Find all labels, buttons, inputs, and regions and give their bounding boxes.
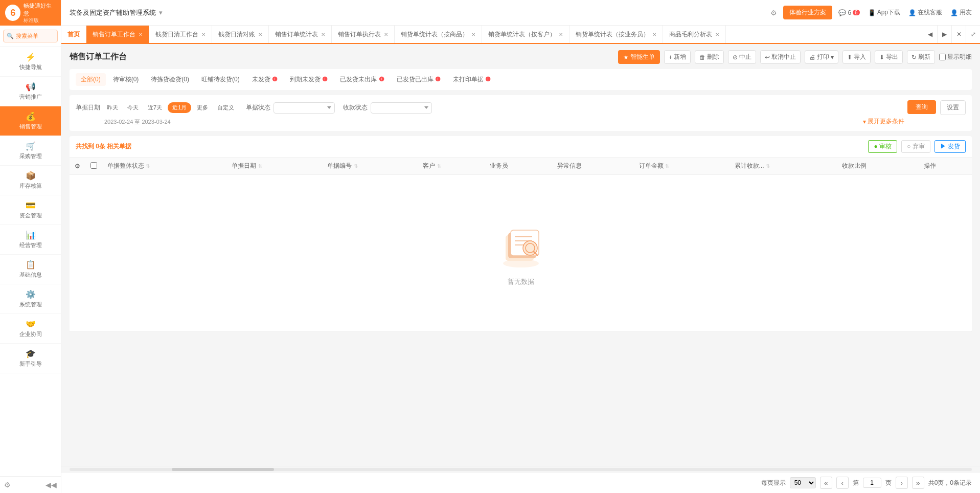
- tab-close-all[interactable]: ✕: [951, 26, 966, 43]
- collapse-sidebar-icon[interactable]: ◀◀: [45, 481, 57, 489]
- tab-sales-summary-customer[interactable]: 销货单统计表（按客户） ✕: [482, 26, 569, 43]
- sub-tab-wangpu-ship[interactable]: 旺铺待发货(0): [196, 73, 245, 86]
- tab-sales-summary-product-close[interactable]: ✕: [471, 32, 475, 37]
- date-btn-yesterday[interactable]: 昨天: [103, 102, 122, 113]
- ship-btn[interactable]: ▶ 发货: [935, 140, 966, 153]
- page-number-input[interactable]: [863, 478, 881, 488]
- status-select[interactable]: [274, 102, 335, 114]
- sub-tab-shipped-not-out[interactable]: 已发货未出库 ❶: [335, 73, 389, 86]
- sub-tab-all[interactable]: 全部(0): [76, 73, 106, 86]
- tab-sales-summary-customer-close[interactable]: ✕: [559, 32, 563, 37]
- settings-bottom-icon[interactable]: ⚙: [4, 481, 11, 489]
- tab-sales-summary-staff-close[interactable]: ✕: [652, 32, 656, 37]
- tab-scroll-left[interactable]: ◀: [923, 26, 937, 43]
- date-btn-1month[interactable]: 近1月: [168, 102, 191, 113]
- tab-cash-daily-close[interactable]: ✕: [201, 32, 206, 37]
- payment-filter: 收款状态: [343, 102, 432, 114]
- add-btn[interactable]: + 新增: [664, 50, 691, 64]
- sidebar-item-quick-nav[interactable]: ⚡ 快捷导航: [0, 47, 61, 77]
- horizontal-scrollbar[interactable]: [61, 466, 980, 472]
- message-action[interactable]: 💬 6 6: [838, 9, 859, 16]
- col-settings[interactable]: ⚙: [70, 158, 85, 175]
- user-action[interactable]: 👤 用友: [950, 8, 972, 17]
- scrollbar-thumb[interactable]: [172, 468, 274, 471]
- tab-sales-stat[interactable]: 销售订单统计表 ✕: [269, 26, 332, 43]
- tab-cash-reconcile-close[interactable]: ✕: [258, 32, 262, 37]
- sub-tab-overdue-ship[interactable]: 到期未发货 ❶: [285, 73, 333, 86]
- sidebar-item-enterprise[interactable]: 🤝 企业协同: [0, 314, 61, 344]
- payment-select[interactable]: [371, 102, 432, 114]
- sort-date-icon[interactable]: ⇅: [258, 163, 262, 169]
- sub-tab-pending-inspect[interactable]: 待拣货验货(0): [146, 73, 194, 86]
- last-page-btn[interactable]: »: [912, 477, 924, 489]
- sidebar-item-inventory[interactable]: 📦 库存核算: [0, 166, 61, 195]
- sidebar-item-marketing[interactable]: 📢 营销推广: [0, 77, 61, 106]
- tab-sales-summary-product[interactable]: 销货单统计表（按商品） ✕: [395, 26, 482, 43]
- date-btn-custom[interactable]: 自定义: [214, 102, 238, 113]
- sidebar-item-system[interactable]: ⚙️ 系统管理: [0, 284, 61, 314]
- message-icon: 💬: [838, 9, 846, 16]
- expand-filter-btn[interactable]: ▾ 展开更多条件: [863, 117, 904, 126]
- trial-btn[interactable]: 体验行业方案: [783, 6, 832, 19]
- sort-customer-icon[interactable]: ⇅: [437, 163, 441, 169]
- tab-cash-reconcile[interactable]: 钱货日清对账 ✕: [212, 26, 269, 43]
- sidebar-item-purchase[interactable]: 🛒 采购管理: [0, 136, 61, 166]
- per-page-select[interactable]: 10 20 50 100: [790, 477, 816, 488]
- tab-sales-exec[interactable]: 销售订单执行表 ✕: [332, 26, 395, 43]
- next-page-btn[interactable]: ›: [896, 477, 908, 489]
- date-btn-7days[interactable]: 近7天: [144, 102, 166, 113]
- first-page-btn[interactable]: «: [820, 477, 832, 489]
- sub-tab-pending-review[interactable]: 待审核(0): [108, 73, 144, 86]
- tab-product-margin-close[interactable]: ✕: [715, 32, 719, 37]
- tab-product-margin[interactable]: 商品毛利分析表 ✕: [663, 26, 726, 43]
- sidebar-item-finance[interactable]: 💳 资金管理: [0, 195, 61, 225]
- prev-page-btn[interactable]: ‹: [836, 477, 849, 489]
- title-dropdown-arrow[interactable]: ▾: [159, 9, 163, 16]
- tab-maximize[interactable]: ⤢: [966, 26, 980, 43]
- print-btn[interactable]: 🖨 打印 ▾: [805, 50, 838, 64]
- tab-sales-stat-close[interactable]: ✕: [321, 32, 325, 37]
- show-detail-label[interactable]: 显示明细: [939, 53, 972, 61]
- delete-btn[interactable]: 🗑 删除: [695, 50, 724, 64]
- sidebar-item-basic-info[interactable]: 📋 基础信息: [0, 255, 61, 284]
- tab-sales-order-close[interactable]: ✕: [139, 32, 143, 37]
- sort-collected-icon[interactable]: ⇅: [766, 163, 770, 169]
- sub-tab-not-printed[interactable]: 未打印单据 ❶: [448, 73, 496, 86]
- select-all-checkbox[interactable]: [90, 162, 97, 169]
- app-download-action[interactable]: 📱 App下载: [868, 8, 900, 17]
- online-service-action[interactable]: 👤 在线客服: [908, 8, 942, 17]
- search-menu-button[interactable]: 🔍 搜索菜单: [3, 30, 58, 42]
- query-btn[interactable]: 查询: [907, 100, 936, 114]
- tab-cash-daily[interactable]: 钱货日清工作台 ✕: [149, 26, 212, 43]
- tab-sales-exec-close[interactable]: ✕: [384, 32, 388, 37]
- tab-sales-summary-staff[interactable]: 销货单统计表（按业务员） ✕: [569, 26, 663, 43]
- cancel-audit-btn[interactable]: ○ 弃审: [901, 140, 930, 153]
- tab-sales-order[interactable]: 销售订单工作台 ✕: [86, 26, 149, 43]
- sub-tab-shipped-out[interactable]: 已发货已出库 ❶: [392, 73, 446, 86]
- date-btn-more[interactable]: 更多: [193, 102, 212, 113]
- cancel-stop-btn[interactable]: ↩ 取消中止: [760, 50, 801, 64]
- sub-tab-not-shipped[interactable]: 未发货 ❶: [247, 73, 283, 86]
- sidebar-logo: 6 畅捷通好生意 标准版: [0, 0, 61, 26]
- stop-btn[interactable]: ⊘ 中止: [728, 50, 756, 64]
- audit-btn[interactable]: ● 审核: [868, 140, 897, 153]
- sidebar-item-guide[interactable]: 🎓 新手引导: [0, 344, 61, 373]
- set-btn[interactable]: 设置: [940, 100, 966, 115]
- header-gear-icon[interactable]: ⚙: [770, 9, 777, 17]
- smart-generate-btn[interactable]: ★ 智能生单: [618, 50, 660, 64]
- tab-scroll-right[interactable]: ▶: [937, 26, 951, 43]
- tab-home[interactable]: 首页: [61, 26, 86, 43]
- sidebar-item-operations[interactable]: 📊 经营管理: [0, 225, 61, 255]
- sort-number-icon[interactable]: ⇅: [354, 163, 358, 169]
- table-header: 共找到 0条 相关单据 ● 审核 ○ 弃审 ▶ 发货: [70, 136, 972, 158]
- sidebar-item-sales[interactable]: 💰 销售管理: [0, 106, 61, 136]
- import-btn[interactable]: ⬆ 导入: [842, 50, 871, 64]
- date-btn-today[interactable]: 今天: [124, 102, 142, 113]
- refresh-btn[interactable]: ↻ 刷新: [907, 50, 935, 64]
- scrollbar-track[interactable]: [70, 468, 972, 471]
- sort-amount-icon[interactable]: ⇅: [665, 163, 669, 169]
- col-checkbox[interactable]: [85, 158, 102, 175]
- sort-status-icon[interactable]: ⇅: [146, 163, 150, 169]
- show-detail-checkbox[interactable]: [939, 54, 946, 60]
- export-btn[interactable]: ⬇ 导出: [875, 50, 903, 64]
